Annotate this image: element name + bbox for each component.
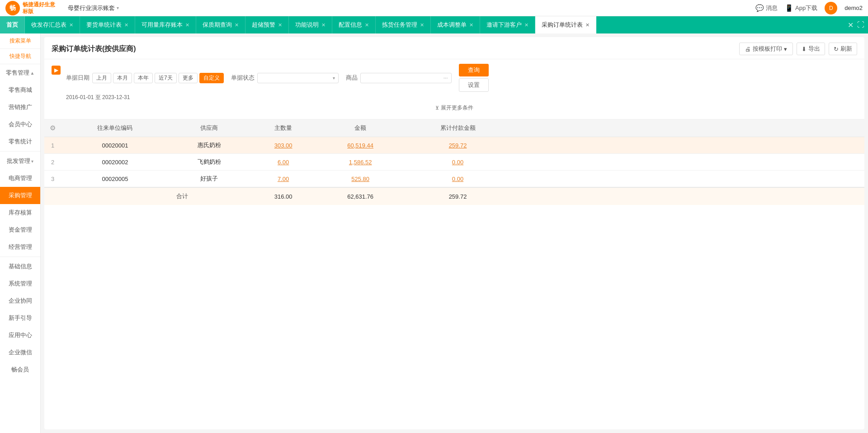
- content-area: 采购订单统计表(按供应商) 🖨 按模板打印 ▾ ⬇ 导出 ↻ 刷新: [41, 33, 868, 433]
- tab-invite-downstream[interactable]: 邀请下游客户 ✕: [480, 16, 535, 33]
- sidebar-item-operation-mgmt[interactable]: 经营管理: [0, 238, 40, 256]
- messages-button[interactable]: 💬 消息: [755, 4, 778, 12]
- footer-settings-col: [44, 187, 61, 205]
- nav-close-icon[interactable]: ✕: [848, 21, 854, 29]
- row-1-amount[interactable]: 60,519.44: [317, 137, 404, 154]
- row-1-paid[interactable]: 259.72: [404, 137, 512, 154]
- tab-invite-downstream-label: 邀请下游客户: [486, 21, 522, 29]
- tab-available-stock-close[interactable]: ✕: [185, 22, 189, 28]
- tab-receive-summary-close[interactable]: ✕: [69, 22, 73, 28]
- sidebar-item-app-center[interactable]: 应用中心: [0, 327, 40, 344]
- sidebar-item-ecommerce-mgmt[interactable]: 电商管理: [0, 170, 40, 187]
- purchase-table: ⚙ 往来单位编码 供应商 主数量 金额 累计付款金额 1: [44, 119, 864, 205]
- row-2-paid[interactable]: 0.00: [404, 154, 512, 171]
- goods-input-more-icon[interactable]: ···: [443, 75, 448, 81]
- tab-function-desc[interactable]: 功能说明 ✕: [289, 16, 332, 33]
- tab-receive-summary[interactable]: 收发存汇总表 ✕: [25, 16, 80, 33]
- tab-overstock-warning[interactable]: 超储预警 ✕: [245, 16, 289, 33]
- tab-warranty-query-close[interactable]: ✕: [235, 22, 239, 28]
- tab-purchase-summary[interactable]: 采购订单统计表 ✕: [535, 16, 596, 33]
- avatar-initials: D: [829, 5, 833, 11]
- date-btn-more[interactable]: 更多: [179, 73, 198, 83]
- col-settings-header[interactable]: ⚙: [44, 119, 61, 137]
- date-btn-this-year[interactable]: 本年: [134, 73, 153, 83]
- date-filter: 单据日期 上月 本月 本年 近7天 更多 自定义: [66, 73, 224, 83]
- status-select[interactable]: [257, 73, 339, 83]
- date-btn-custom[interactable]: 自定义: [199, 73, 224, 83]
- sidebar-item-enterprise-collab[interactable]: 企业协同: [0, 292, 40, 309]
- sidebar-item-marketing[interactable]: 营销推广: [0, 99, 40, 116]
- row-1-extra: [512, 137, 864, 154]
- sidebar-item-new-guide[interactable]: 新手引导: [0, 309, 40, 327]
- table-settings-icon[interactable]: ⚙: [50, 124, 56, 132]
- date-btn-this-month[interactable]: 本月: [113, 73, 132, 83]
- nav-tabs-right: ✕ ⛶: [848, 21, 868, 29]
- date-shortcuts: 上月 本月 本年 近7天 更多 自定义: [92, 73, 224, 83]
- sidebar-item-retail-stats[interactable]: 零售统计: [0, 133, 40, 150]
- settings-button[interactable]: 设置: [459, 78, 489, 92]
- tab-warranty-query[interactable]: 保质期查询 ✕: [196, 16, 245, 33]
- refresh-button[interactable]: ↻ 刷新: [829, 43, 857, 55]
- row-2-qty[interactable]: 6.00: [250, 154, 317, 171]
- top-bar-left: 畅 畅捷通好生意标版 母婴行业演示账套 ▾: [5, 1, 119, 15]
- sidebar-item-member-center[interactable]: 会员中心: [0, 116, 40, 133]
- goods-input[interactable]: [360, 73, 452, 83]
- sidebar-item-quick-nav[interactable]: 快捷导航: [0, 49, 40, 64]
- sidebar-item-batch-mgmt[interactable]: 批发管理 ▾: [0, 152, 40, 170]
- sidebar-label-fund-mgmt: 资金管理: [9, 226, 32, 233]
- tab-pick-task-close[interactable]: ✕: [420, 22, 424, 28]
- tab-cost-adjust-close[interactable]: ✕: [469, 22, 473, 28]
- sidebar-item-basic-info[interactable]: 基础信息: [0, 258, 40, 275]
- tab-overstock-warning-close[interactable]: ✕: [278, 22, 282, 28]
- page-title: 采购订单统计表(按供应商): [52, 44, 136, 54]
- expand-more-button[interactable]: ⊻ 展开更多条件: [52, 101, 857, 114]
- sidebar-label-enterprise-wechat: 企业微信: [9, 349, 32, 356]
- tab-config-info-close[interactable]: ✕: [365, 22, 369, 28]
- tab-function-desc-close[interactable]: ✕: [321, 22, 326, 28]
- avatar[interactable]: D: [825, 2, 837, 14]
- tab-function-desc-label: 功能说明: [295, 21, 319, 29]
- nav-maximize-icon[interactable]: ⛶: [857, 21, 864, 29]
- row-3-amount[interactable]: 525.80: [317, 171, 404, 188]
- sidebar-item-purchase-mgmt[interactable]: 采购管理: [0, 187, 40, 204]
- sidebar-label-app-center: 应用中心: [9, 332, 32, 338]
- tab-order-summary-close[interactable]: ✕: [124, 22, 128, 28]
- row-3-paid[interactable]: 0.00: [404, 171, 512, 188]
- workspace-selector[interactable]: 母婴行业演示账套 ▾: [68, 4, 119, 12]
- row-1-qty[interactable]: 303.00: [250, 137, 317, 154]
- sidebar-label-member-center: 会员中心: [9, 121, 32, 128]
- sidebar-label-ecommerce-mgmt: 电商管理: [9, 175, 32, 181]
- row-2-extra: [512, 154, 864, 171]
- filter-collapse-button[interactable]: ▶: [52, 66, 61, 75]
- sidebar-item-search[interactable]: 搜索菜单: [0, 33, 40, 49]
- tab-available-stock[interactable]: 可用量库存账本 ✕: [135, 16, 196, 33]
- date-btn-7days[interactable]: 近7天: [155, 73, 177, 83]
- tab-invite-downstream-close[interactable]: ✕: [524, 22, 528, 28]
- row-2-amount[interactable]: 1,586.52: [317, 154, 404, 171]
- sidebar-item-vip[interactable]: 畅会员: [0, 361, 40, 378]
- tab-pick-task[interactable]: 拣货任务管理 ✕: [376, 16, 431, 33]
- template-print-button[interactable]: 🖨 按模板打印 ▾: [739, 43, 793, 55]
- tab-available-stock-label: 可用量库存账本: [142, 21, 183, 29]
- date-btn-last-month[interactable]: 上月: [92, 73, 111, 83]
- tab-config-info[interactable]: 配置信息 ✕: [332, 16, 376, 33]
- tab-order-summary[interactable]: 要货单统计表 ✕: [80, 16, 135, 33]
- tab-purchase-summary-close[interactable]: ✕: [585, 22, 590, 28]
- sidebar-item-system-mgmt[interactable]: 系统管理: [0, 275, 40, 292]
- footer-qty: 316.00: [250, 187, 317, 205]
- sidebar-item-stock-check[interactable]: 库存核算: [0, 204, 40, 221]
- sidebar-item-retail-store[interactable]: 零售商城: [0, 81, 40, 99]
- sidebar: 搜索菜单 快捷导航 零售管理 ▲ 零售商城 营销推广 会员中心 零售统计 批发管…: [0, 33, 41, 433]
- export-button[interactable]: ⬇ 导出: [797, 43, 825, 55]
- row-3-qty[interactable]: 7.00: [250, 171, 317, 188]
- tab-cost-adjust[interactable]: 成本调整单 ✕: [431, 16, 480, 33]
- sidebar-item-fund-mgmt[interactable]: 资金管理: [0, 221, 40, 238]
- tab-home[interactable]: 首页: [0, 16, 25, 33]
- sidebar-item-enterprise-wechat[interactable]: 企业微信: [0, 344, 40, 361]
- col-extra-header: [512, 119, 864, 137]
- page-header-right: 🖨 按模板打印 ▾ ⬇ 导出 ↻ 刷新: [739, 43, 857, 55]
- top-bar: 畅 畅捷通好生意标版 母婴行业演示账套 ▾ 💬 消息 📱 App下载 D dem…: [0, 0, 868, 16]
- query-button[interactable]: 查询: [459, 64, 489, 76]
- sidebar-item-retail-mgmt[interactable]: 零售管理 ▲: [0, 64, 40, 81]
- app-download-button[interactable]: 📱 App下载: [785, 4, 817, 12]
